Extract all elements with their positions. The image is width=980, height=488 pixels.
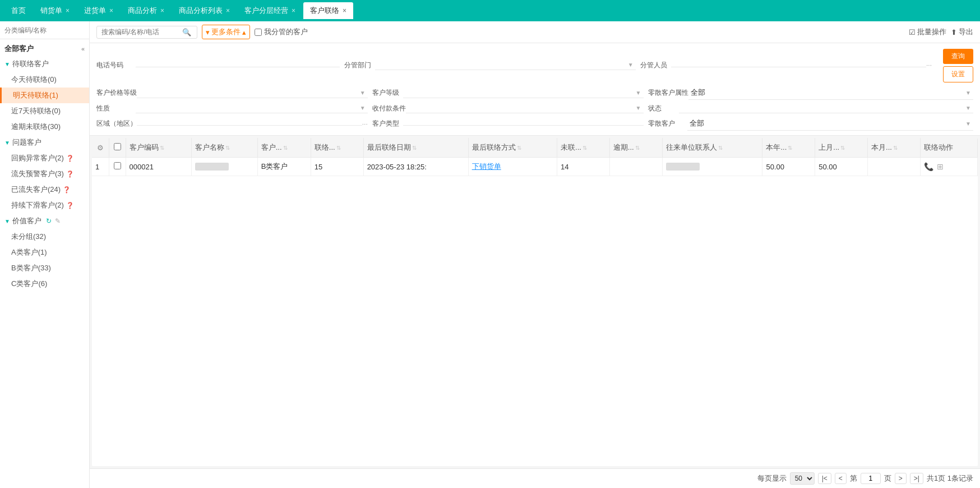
customer-grade-select[interactable]: ▼ (403, 88, 644, 98)
price-grade-select[interactable]: ▼ (137, 88, 368, 98)
customer-type-input[interactable] (403, 122, 644, 126)
region-input[interactable] (137, 122, 362, 126)
nav-product-list[interactable]: 商品分析列表 × (172, 2, 237, 19)
sidebar-item-class-c[interactable]: C类客户(6) (0, 276, 89, 292)
nav-product-analysis-close[interactable]: × (160, 7, 164, 15)
nav-product-analysis[interactable]: 商品分析 × (121, 2, 171, 19)
pending-triangle: ▼ (4, 61, 10, 67)
value-refresh-icon[interactable]: ↻ (46, 217, 52, 225)
sort-overdue[interactable]: ⇅ (635, 145, 640, 151)
nav-sales[interactable]: 销货单 × (34, 2, 76, 19)
filter-search-icon[interactable]: 🔍 (182, 28, 191, 36)
sort-method[interactable]: ⇅ (517, 145, 521, 151)
sort-no-contact[interactable]: ⇅ (583, 145, 587, 151)
action-grid-icon[interactable]: ⊞ (937, 162, 944, 171)
retail-customer-select[interactable]: 全部 ▼ (687, 117, 974, 131)
select-all-checkbox[interactable] (114, 143, 121, 150)
help-icon-churn[interactable]: ❓ (66, 171, 74, 178)
pending-group-title[interactable]: ▼ 待联络客户 (0, 56, 89, 72)
cell-checkbox[interactable] (109, 158, 126, 176)
sidebar-item-class-b[interactable]: B类客户(33) (0, 260, 89, 276)
sidebar-item-today[interactable]: 今天待联络(0) (0, 72, 89, 88)
nav-customer-layer[interactable]: 客户分层经营 × (238, 2, 302, 19)
problem-group-title[interactable]: ▼ 问题客户 (0, 135, 89, 150)
collapse-icon[interactable]: « (81, 45, 85, 52)
sidebar-search-input[interactable] (4, 26, 89, 34)
value-edit-icon[interactable]: ✎ (55, 217, 61, 225)
filter-icon: ▾ (206, 28, 210, 36)
nav-customer-contact[interactable]: 客户联络 × (303, 2, 353, 19)
my-customers-checkbox[interactable]: 我分管的客户 (255, 27, 308, 37)
page-first-btn[interactable]: |< (818, 473, 831, 484)
row-checkbox[interactable] (114, 162, 121, 169)
th-contact-count: 联络...⇅ (311, 138, 363, 158)
help-icon-churned[interactable]: ❓ (63, 186, 71, 194)
sort-date[interactable]: ⇅ (412, 145, 417, 151)
page-next-btn[interactable]: > (895, 473, 907, 484)
sort-last-month[interactable]: ⇅ (840, 145, 845, 151)
dept-select[interactable]: ▼ (375, 60, 636, 70)
sort-year[interactable]: ⇅ (788, 145, 792, 151)
customer-grade-chevron: ▼ (636, 90, 641, 96)
sidebar-item-tomorrow[interactable]: 明天待联络(1) (0, 88, 89, 103)
page-last-btn[interactable]: >| (910, 473, 923, 484)
sidebar-item-churned[interactable]: 已流失客户(24) ❓ (0, 182, 89, 197)
sort-code[interactable]: ⇅ (160, 145, 164, 151)
person-dots[interactable]: ··· (926, 61, 932, 69)
sort-person[interactable]: ⇅ (718, 145, 723, 151)
sort-this-month[interactable]: ⇅ (893, 145, 898, 151)
th-gear[interactable]: ⚙ (92, 138, 109, 158)
filter-search-input[interactable] (101, 28, 180, 36)
help-icon-abnormal[interactable]: ❓ (66, 155, 74, 162)
nav-customer-layer-close[interactable]: × (292, 7, 295, 15)
query-button[interactable]: 查询 (943, 49, 973, 64)
region-dots[interactable]: ··· (362, 120, 368, 128)
sort-contact[interactable]: ⇅ (336, 145, 341, 151)
export-button[interactable]: ⬆ 导出 (951, 27, 973, 37)
sidebar-item-7days[interactable]: 近7天待联络(0) (0, 103, 89, 119)
my-customers-check[interactable] (255, 29, 262, 36)
page-size-select[interactable]: 50 (790, 472, 815, 485)
nav-purchase[interactable]: 进货单 × (77, 2, 120, 19)
sort-type[interactable]: ⇅ (283, 145, 288, 151)
status-select[interactable]: ▼ (679, 103, 974, 113)
gear-icon[interactable]: ⚙ (97, 144, 104, 152)
nature-select[interactable]: ▼ (136, 103, 368, 113)
advanced-filter: 电话号码 分管部门 ▼ 分管人员 ··· 查询 设置 (90, 43, 980, 136)
sort-name[interactable]: ⇅ (225, 145, 230, 151)
customer-type-field: 客户类型 (372, 119, 644, 128)
sidebar-item-ungrouped[interactable]: 未分组(32) (0, 229, 89, 245)
action-phone-icon[interactable]: 📞 (924, 162, 933, 171)
cell-code: 000021 (126, 158, 192, 176)
cell-last-method[interactable]: 下销货单 (468, 158, 557, 176)
export-icon: ⬆ (951, 28, 957, 36)
phone-input[interactable] (136, 63, 340, 67)
sidebar-item-abnormal[interactable]: 回购异常客户(2) ❓ (0, 150, 89, 166)
sidebar-item-churn-warning[interactable]: 流失预警客户(3) ❓ (0, 166, 89, 182)
table-header-row: ⚙ 客户编码⇅ 客户名称⇅ 客户...⇅ (92, 138, 978, 158)
page-prev-btn[interactable]: < (835, 473, 847, 484)
page-input[interactable] (861, 473, 881, 484)
nav-sales-close[interactable]: × (66, 7, 70, 15)
nav-purchase-close[interactable]: × (109, 7, 113, 15)
nav-product-list-close[interactable]: × (226, 7, 230, 15)
retail-attr-select[interactable]: 全部 ▼ (688, 86, 974, 100)
payment-select[interactable]: ▼ (406, 103, 644, 113)
person-input[interactable] (671, 63, 926, 67)
filter-actions: 查询 设置 (943, 48, 973, 82)
value-group-title[interactable]: ▼ 价值客户 ↻ ✎ (0, 213, 89, 229)
sidebar-item-class-a[interactable]: A类客户(1) (0, 245, 89, 260)
table-row: 1 000021 B类客户 15 2023-05-23 18:25: (92, 158, 978, 176)
sidebar-item-declining[interactable]: 持续下滑客户(2) ❓ (0, 197, 89, 213)
setting-button[interactable]: 设置 (943, 66, 973, 82)
sidebar-item-overdue[interactable]: 逾期未联络(30) (0, 119, 89, 135)
retail-customer-chevron: ▼ (965, 121, 971, 127)
nature-chevron: ▼ (360, 105, 366, 111)
filter-more-button[interactable]: ▾ 更多条件 ▴ (202, 25, 250, 39)
batch-op-button[interactable]: ☑ 批量操作 (909, 27, 946, 37)
cell-this-year: 50.00 (762, 158, 815, 176)
nav-customer-contact-close[interactable]: × (343, 7, 346, 15)
help-icon-declining[interactable]: ❓ (66, 202, 74, 209)
th-checkbox[interactable] (109, 138, 126, 158)
nav-home[interactable]: 首页 (4, 2, 33, 19)
